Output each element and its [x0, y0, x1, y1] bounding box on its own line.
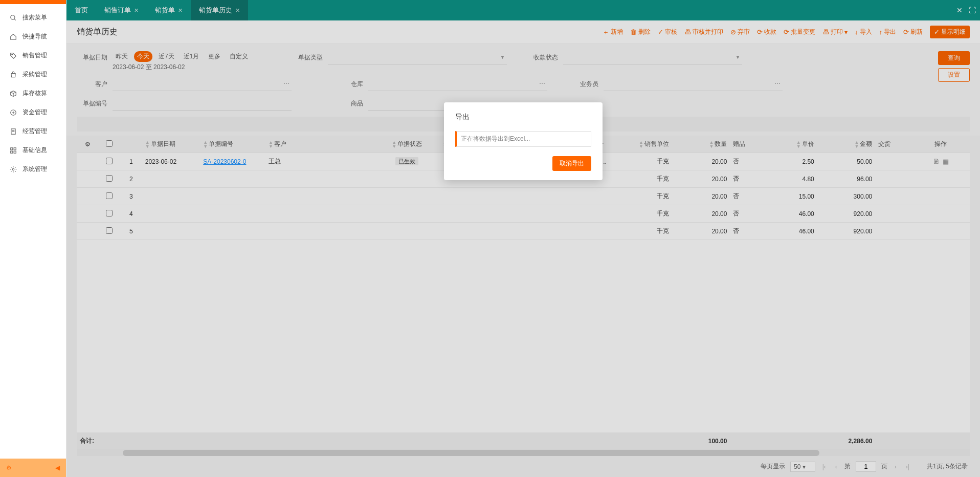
svg-rect-9 — [11, 151, 13, 153]
sidebar-item-system[interactable]: 系统管理 — [0, 160, 66, 179]
sidebar-item-basedata[interactable]: 基础信息 — [0, 141, 66, 160]
gear-icon — [9, 165, 17, 174]
sidebar-item-search[interactable]: 搜索菜单 — [0, 8, 66, 27]
sidebar-item-inventory[interactable]: 库存核算 — [0, 84, 66, 103]
settings-icon[interactable]: ⚙ — [6, 464, 12, 471]
logo-bar — [0, 0, 66, 4]
sidebar-item-nav[interactable]: 快捷导航 — [0, 27, 66, 46]
money-icon — [9, 109, 17, 117]
collapse-icon[interactable]: ◀ — [55, 464, 60, 471]
sidebar-label: 系统管理 — [23, 165, 47, 174]
svg-rect-7 — [11, 147, 13, 149]
svg-rect-8 — [14, 147, 16, 149]
sidebar-item-business[interactable]: 经营管理 — [0, 122, 66, 141]
bag-icon — [9, 71, 17, 79]
sidebar-label: 搜索菜单 — [23, 13, 47, 22]
svg-point-11 — [12, 168, 14, 170]
sidebar-label: 资金管理 — [23, 108, 47, 117]
main-area: 首页 销售订单✕ 销货单✕ 销货单历史✕ ✕ ⛶ 销货单历史 ＋新增 🗑删除 ✓… — [66, 0, 980, 477]
grid-icon — [9, 146, 17, 155]
sidebar-item-purchase[interactable]: 采购管理 — [0, 65, 66, 84]
sidebar-label: 经营管理 — [23, 127, 47, 136]
svg-rect-10 — [14, 151, 16, 153]
export-modal: 导出 正在将数据导出到Excel... 取消导出 — [444, 102, 603, 180]
sidebar-label: 快捷导航 — [23, 32, 47, 41]
export-progress-text: 正在将数据导出到Excel... — [455, 131, 591, 147]
sidebar-label: 采购管理 — [23, 70, 47, 79]
sidebar-item-finance[interactable]: 资金管理 — [0, 103, 66, 122]
home-icon — [9, 33, 17, 41]
svg-point-0 — [11, 15, 15, 19]
sidebar-label: 库存核算 — [23, 89, 47, 98]
sidebar-item-sales[interactable]: 销售管理 — [0, 46, 66, 65]
cancel-export-button[interactable]: 取消导出 — [552, 156, 591, 171]
svg-point-2 — [12, 54, 13, 55]
search-icon — [9, 14, 17, 22]
modal-title: 导出 — [455, 113, 591, 122]
sidebar-footer: ⚙ ◀ — [0, 459, 66, 477]
sidebar: 搜索菜单 快捷导航 销售管理 采购管理 库存核算 资金管理 — [0, 0, 66, 477]
modal-overlay: 导出 正在将数据导出到Excel... 取消导出 — [66, 0, 980, 477]
sidebar-label: 销售管理 — [23, 51, 47, 60]
sidebar-menu: 搜索菜单 快捷导航 销售管理 采购管理 库存核算 资金管理 — [0, 4, 66, 459]
svg-line-1 — [14, 18, 16, 20]
sidebar-label: 基础信息 — [23, 146, 47, 155]
doc-icon — [9, 127, 17, 136]
box-icon — [9, 90, 17, 98]
tag-icon — [9, 52, 17, 60]
